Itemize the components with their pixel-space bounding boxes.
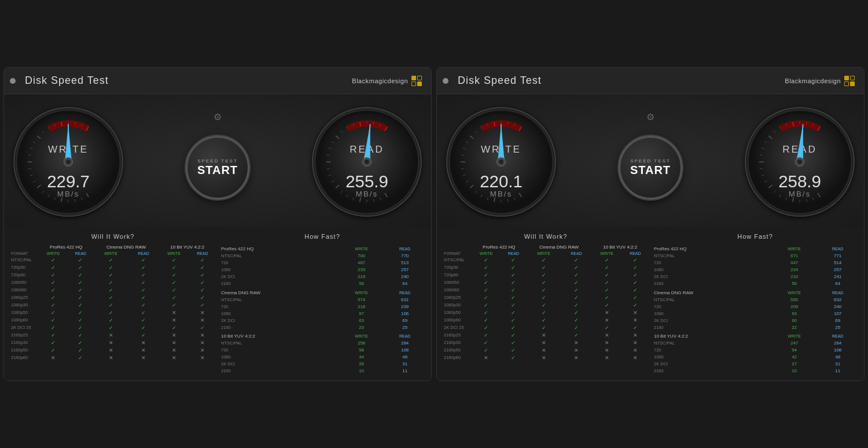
checkmark: ✓ <box>633 325 638 331</box>
checkmark: ✓ <box>51 347 56 353</box>
crossmark: ✕ <box>633 317 638 323</box>
speed-test-button[interactable]: SPEED TEST START <box>186 136 249 199</box>
write-value: 27 <box>771 361 817 368</box>
checkmark: ✓ <box>574 317 579 323</box>
close-button[interactable] <box>443 78 448 84</box>
will-work-row: 1080p25✓✓✓✓✓✓ <box>10 294 216 301</box>
panel-title: Disk Speed Test <box>25 75 109 87</box>
bmd-name: Blackmagicdesign <box>785 77 841 84</box>
tables-area: Will It Work? ProRes 422 HQ Cinema DNG R… <box>4 227 431 380</box>
read-value: 513 <box>384 260 425 266</box>
checkmark: ✓ <box>511 317 516 323</box>
read-value: 31 <box>384 361 425 368</box>
crossmark: ✕ <box>605 332 609 338</box>
format-label: 2160 <box>652 368 771 375</box>
crossmark: ✕ <box>172 332 176 338</box>
format-label: 1080 <box>219 266 339 273</box>
checkmark: ✓ <box>484 272 488 278</box>
read-gauge: READ 255.9 MB/s <box>312 107 422 217</box>
will-work-table: ProRes 422 HQ Cinema DNG RAW 10 Bit YUV … <box>10 243 216 361</box>
speed-test-button[interactable]: SPEED TEST START <box>619 136 682 199</box>
will-work-row: NTSC/PAL✓✓✓✓✓✓ <box>10 256 216 264</box>
checkmark: ✓ <box>633 302 638 308</box>
settings-icon[interactable]: ⚙ <box>646 112 654 123</box>
will-work-row: 1080p50✓✓✓✓✕✕ <box>443 309 649 316</box>
checkmark: ✓ <box>484 310 488 316</box>
format-label: 720 <box>219 260 339 266</box>
checkmark: ✓ <box>109 280 113 286</box>
settings-icon[interactable]: ⚙ <box>214 112 222 123</box>
checkmark: ✓ <box>172 280 176 286</box>
svg-point-69 <box>365 160 369 164</box>
checkmark: ✓ <box>51 287 56 293</box>
read-value: 257 <box>817 266 858 273</box>
read-header: READ <box>399 247 410 251</box>
read-value: 631 <box>384 296 425 303</box>
how-fast-row: 2160 10 11 <box>219 368 425 375</box>
checkmark: ✓ <box>633 287 638 293</box>
write-header: WRITE <box>788 247 801 251</box>
write-value: 467 <box>339 260 384 266</box>
checkmark: ✓ <box>574 310 579 316</box>
checkmark: ✓ <box>51 265 56 271</box>
checkmark: ✓ <box>78 272 83 278</box>
category-label: Cinema DNG RAW <box>219 287 339 297</box>
crossmark: ✕ <box>172 340 176 346</box>
how-fast-row: NTSC/PAL 700 770 <box>219 253 425 260</box>
read-value: 240 <box>817 303 858 310</box>
how-fast-row: 1080 97 106 <box>219 310 425 317</box>
checkmark: ✓ <box>141 302 146 308</box>
gauges-area: WRITE 229.7 MB/s ⚙ SPEED TEST START READ <box>4 94 431 227</box>
read-value: 284 <box>384 340 425 347</box>
crossmark: ✕ <box>141 340 146 346</box>
read-header: READ <box>832 291 843 295</box>
category-row: Cinema DNG RAW WRITE READ <box>219 287 425 297</box>
how-fast-row: 720 94 108 <box>652 347 858 354</box>
write-value: 671 <box>771 253 817 260</box>
read-value: 11 <box>384 368 425 375</box>
crossmark: ✕ <box>200 332 205 338</box>
read-value: 239 <box>384 303 425 310</box>
how-fast-row: 2160 23 25 <box>219 324 425 331</box>
checkmark: ✓ <box>51 332 56 338</box>
checkmark: ✓ <box>200 325 205 331</box>
checkmark: ✓ <box>78 317 83 323</box>
format-label: 2K DCI <box>219 273 339 280</box>
checkmark: ✓ <box>78 280 83 286</box>
checkmark: ✓ <box>109 257 113 263</box>
write-value: 224 <box>771 266 817 273</box>
crossmark: ✕ <box>605 355 609 361</box>
checkmark: ✓ <box>51 317 56 323</box>
will-work-row: 1080p50✓✓✓✓✕✕ <box>10 309 216 316</box>
read-value: 514 <box>817 260 858 266</box>
write-value: 210 <box>771 273 817 280</box>
checkmark: ✓ <box>78 332 83 338</box>
category-label: 10 Bit YUV 4:2:2 <box>219 331 339 340</box>
close-button[interactable] <box>10 78 16 84</box>
how-fast-row: 2K DCI 60 69 <box>652 317 858 324</box>
bmd-sq-2 <box>417 76 422 80</box>
format-label: 720 <box>652 303 771 310</box>
crossmark: ✕ <box>172 355 176 361</box>
checkmark: ✓ <box>78 257 83 263</box>
checkmark: ✓ <box>511 280 516 286</box>
will-work-row: 2160p50✓✓✕✕✕✕ <box>10 346 216 354</box>
format-label: 720 <box>219 303 339 310</box>
panel-header: Disk Speed Test Blackmagicdesign <box>4 68 431 94</box>
checkmark: ✓ <box>109 302 113 308</box>
panel-title: Disk Speed Test <box>458 75 542 87</box>
crossmark: ✕ <box>633 332 638 338</box>
checkmark: ✓ <box>141 332 146 338</box>
format-label: NTSC/PAL <box>219 253 339 260</box>
checkmark: ✓ <box>141 325 146 331</box>
checkmark: ✓ <box>511 347 516 353</box>
will-work-row: 2160p60✕✓✕✕✕✕ <box>10 354 216 361</box>
svg-text:229.7: 229.7 <box>47 172 90 191</box>
checkmark: ✓ <box>109 295 113 301</box>
format-label: NTSC/PAL <box>219 296 339 303</box>
checkmark: ✓ <box>511 332 516 338</box>
checkmark: ✓ <box>574 287 579 293</box>
checkmark: ✓ <box>141 272 146 278</box>
checkmark: ✓ <box>633 295 638 301</box>
write-value: 247 <box>771 340 817 347</box>
